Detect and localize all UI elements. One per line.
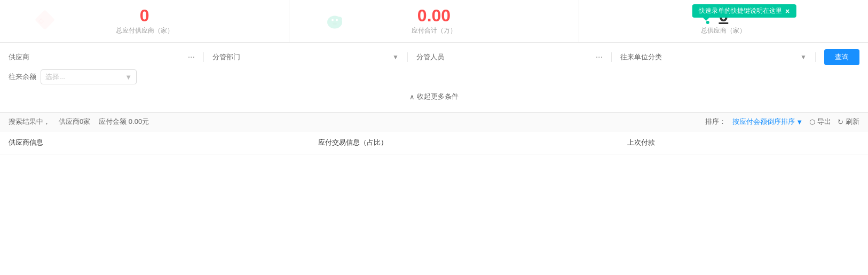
stat-label-payable-suppliers: 总应付供应商（家） (116, 26, 173, 35)
balance-placeholder: 选择... (45, 72, 65, 82)
export-icon: ⬡ (809, 118, 815, 126)
collapse-up-icon: ∧ (409, 93, 415, 101)
table-body (0, 154, 868, 275)
result-bar: 搜索结果中， 供应商0家 应付金额 0.00元 排序： 按应付会额倒序排序 ▼ … (0, 113, 868, 131)
stat-label-payable-amount: 应付合计（万） (412, 26, 456, 35)
stats-bar: ◇ 0 总应付供应商（家） 0.00 应付合计（万） 快速录单的快捷键说明在这里… (0, 0, 868, 43)
filter-bar: 供应商 ··· 分管部门 ▼ 分管人员 ··· 往来单位分类 ▼ 查询 往来余额 (0, 43, 868, 113)
unit-category-dropdown-icon[interactable]: ▼ (800, 53, 807, 61)
svg-point-4 (332, 19, 334, 21)
stat-label-total-suppliers: 总供应商（家） (701, 26, 746, 35)
balance-dropdown-icon: ▼ (125, 73, 132, 81)
supplier-input[interactable] (34, 53, 184, 61)
unit-category-input[interactable] (666, 53, 796, 61)
filter-row-2: 往来余额 选择... ▼ (9, 69, 859, 87)
diamond-icon: ◇ (32, 7, 58, 35)
stat-total-payable-suppliers: ◇ 0 总应付供应商（家） (0, 0, 289, 42)
filter-supplier: 供应商 ··· (9, 52, 204, 62)
collapse-button[interactable]: ∧ 收起更多条件 (401, 90, 467, 104)
supplier-label: 供应商 (9, 52, 29, 62)
svg-point-5 (336, 19, 338, 21)
tooltip-close-btn[interactable]: × (785, 7, 790, 15)
stat-total-suppliers: 快速录单的快捷键说明在这里 × 0 总供应商（家） (579, 0, 868, 42)
col-header-trade-info: 应付交易信息（占比） (318, 138, 628, 147)
result-payable-amount: 应付金额 0.00元 (99, 117, 149, 127)
svg-point-6 (333, 22, 337, 25)
refresh-icon: ↻ (838, 118, 843, 126)
svg-rect-0 (35, 10, 55, 30)
stat-total-payable-amount: 0.00 应付合计（万） (289, 0, 579, 42)
shortcut-tooltip: 快速录单的快捷键说明在这里 × (692, 4, 796, 18)
query-button[interactable]: 查询 (824, 49, 859, 65)
refresh-button[interactable]: ↻ 刷新 (838, 117, 859, 127)
filter-department: 分管部门 ▼ (204, 52, 408, 62)
filter-person: 分管人员 ··· (408, 52, 612, 62)
pig-icon (321, 7, 348, 35)
col-header-last-payment: 上次付款 (627, 138, 859, 147)
department-label: 分管部门 (212, 52, 240, 62)
balance-select[interactable]: 选择... ▼ (41, 69, 137, 84)
tooltip-dot (705, 20, 711, 25)
filter-unit-category: 往来单位分类 ▼ (612, 52, 816, 62)
sort-value[interactable]: 按应付会额倒序排序 ▼ (732, 117, 803, 127)
filter-row-1: 供应商 ··· 分管部门 ▼ 分管人员 ··· 往来单位分类 ▼ 查询 (9, 49, 859, 65)
col-header-supplier-info: 供应商信息 (9, 138, 318, 147)
person-label: 分管人员 (416, 52, 444, 62)
result-supplier-count: 供应商0家 (59, 117, 90, 127)
balance-label: 往来余额 (9, 72, 36, 82)
sort-dropdown-icon: ▼ (796, 118, 803, 126)
result-search-prefix: 搜索结果中， (9, 117, 50, 127)
stat-number-payable-suppliers: 0 (140, 7, 149, 24)
table-header: 供应商信息 应付交易信息（占比） 上次付款 (0, 131, 868, 154)
sort-label: 排序： (705, 117, 726, 127)
person-more-icon[interactable]: ··· (596, 52, 603, 62)
collapse-label: 收起更多条件 (417, 92, 459, 101)
person-input[interactable] (448, 53, 591, 61)
result-actions: 排序： 按应付会额倒序排序 ▼ ⬡ 导出 ↻ 刷新 (705, 117, 859, 127)
tooltip-text: 快速录单的快捷键说明在这里 (699, 6, 782, 15)
supplier-more-icon[interactable]: ··· (188, 52, 195, 62)
department-input[interactable] (244, 53, 388, 61)
collapse-row: ∧ 收起更多条件 (9, 87, 859, 108)
svg-text:◇: ◇ (38, 17, 44, 25)
unit-category-label: 往来单位分类 (620, 52, 662, 62)
query-btn-wrapper: 查询 (816, 49, 859, 65)
department-dropdown-icon[interactable]: ▼ (392, 53, 399, 61)
result-info: 搜索结果中， 供应商0家 应付金额 0.00元 (9, 117, 149, 127)
stat-number-payable-amount: 0.00 (417, 7, 451, 24)
export-button[interactable]: ⬡ 导出 (809, 117, 831, 127)
